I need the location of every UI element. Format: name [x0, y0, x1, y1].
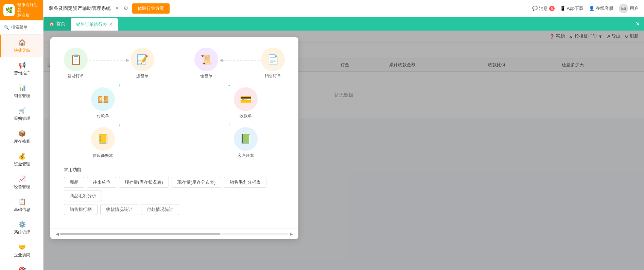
scroll-left-icon[interactable]: ◀: [56, 232, 59, 236]
system-title: 装备及固定资产辅助管理系统: [49, 5, 111, 12]
sidebar-item-operations[interactable]: 📈 经营管理: [0, 171, 43, 194]
sidebar-item-purchase[interactable]: 🛒 采购管理: [0, 103, 43, 126]
tab-sales-order-exec[interactable]: 销售订单执行表 ✕: [71, 18, 118, 31]
sidebar-nav: 🏠 快捷导航 📢 营销推广 📊 销售管理 🛒 采购管理 📦 库存核算 💰: [0, 35, 43, 270]
tab-close-icon[interactable]: ✕: [109, 22, 112, 27]
online-service-button[interactable]: 👤 在线客服: [589, 5, 613, 12]
dropdown-arrow-icon[interactable]: ▼: [115, 6, 119, 11]
sales-receipt-icon: 📜: [194, 48, 218, 71]
customer-ledger-node[interactable]: 📗 客户账本: [234, 127, 258, 159]
sidebar-item-base-info[interactable]: 📋 基础信息: [0, 194, 43, 217]
base-info-icon: 📋: [18, 198, 26, 205]
sys-icon: ⚙️: [18, 221, 26, 228]
down-arrow-customer: ↓: [228, 121, 230, 127]
enterprise-icon: 🤝: [18, 244, 26, 251]
func-btn-product-margin[interactable]: 商品毛利分析: [64, 191, 102, 201]
scrollbar-track[interactable]: [60, 233, 289, 235]
popup-scrollbar: ◀ ▶: [50, 229, 298, 239]
sales-order-icon: 📄: [261, 48, 285, 71]
purchase-order-icon: 📋: [64, 48, 88, 71]
logo-text: 畅康通好生意 标准版: [17, 2, 40, 18]
common-functions-section: 常用功能 商品 往来单位 现存量(库存状况表) 现存量(库存分布表) 销售毛利分…: [64, 167, 285, 218]
func-btn-product[interactable]: 商品: [64, 177, 84, 188]
supplier-ledger-icon: 📒: [91, 127, 115, 151]
func-btn-payment-stats[interactable]: 付款情况统计: [141, 204, 179, 215]
func-btn-stock-status[interactable]: 现存量(库存状况表): [119, 177, 169, 188]
func-btn-sales-margin[interactable]: 销售毛利分析表: [224, 177, 266, 188]
tab-bar-close-button[interactable]: ✕: [636, 17, 644, 31]
sidebar-item-sys-mgmt[interactable]: ⚙️ 系统管理: [0, 217, 43, 239]
purchase-order-node[interactable]: 📋 进货订单: [64, 48, 88, 79]
customer-ledger-icon: 📗: [234, 127, 258, 151]
flow-diagram: 📋 进货订单 ▶ 📝: [64, 48, 285, 159]
down-arrow-supplier: ↓: [118, 121, 121, 127]
search-menu-button[interactable]: 🔍 搜索菜单: [3, 23, 40, 32]
home-tab-icon: 🏠: [49, 21, 54, 26]
purchase-receipt-icon: 📝: [130, 48, 154, 71]
func-btn-sales-ranking[interactable]: 销售排行榜: [64, 204, 98, 215]
down-arrow-payment: ↓: [118, 81, 121, 87]
popup-overlay[interactable]: 📋 进货订单 ▶ 📝: [43, 31, 644, 270]
sidebar-item-finance[interactable]: 💰 资金管理: [0, 148, 43, 171]
experience-button[interactable]: 体验行业方案: [132, 3, 170, 14]
search-icon: 🔍: [4, 25, 9, 30]
purchase-icon: 🛒: [18, 107, 26, 114]
header-right: 💬 消息 5 📱 App下载 👤 在线客服 Ea 用户: [532, 4, 639, 13]
flow-popup: 📋 进货订单 ▶ 📝: [50, 37, 298, 239]
main-area: 装备及固定资产辅助管理系统 ▼ ⚙ 体验行业方案 💬 消息 5 📱 App下载 …: [43, 0, 644, 270]
sales-icon: 📊: [18, 84, 26, 92]
sidebar-item-marketing[interactable]: 📢 营销推广: [0, 57, 43, 80]
func-buttons-row2: 销售排行榜 收款情况统计 付款情况统计: [64, 204, 285, 215]
home-icon: 🏠: [18, 39, 26, 46]
app-download-button[interactable]: 📱 App下载: [560, 5, 584, 12]
payment-icon: 💴: [91, 87, 115, 111]
sidebar-item-quick-nav[interactable]: 🏠 快捷导航: [0, 35, 43, 57]
finance-icon: 💰: [18, 152, 26, 160]
func-btn-receipt-stats[interactable]: 收款情况统计: [100, 204, 138, 215]
func-btn-partner[interactable]: 往来单位: [87, 177, 116, 188]
sales-order-node[interactable]: 📄 销售订单: [261, 48, 285, 79]
operations-icon: 📈: [18, 175, 26, 183]
sidebar-item-enterprise[interactable]: 🤝 企业协同: [0, 239, 43, 262]
tab-home[interactable]: 🏠 首页: [43, 17, 71, 31]
receipt-icon: 💳: [234, 87, 258, 111]
down-arrow-receipt: ↓: [228, 81, 230, 87]
sidebar-item-beginner[interactable]: 🎯 新手引导: [0, 262, 43, 270]
payment-node[interactable]: 💴 付款单: [91, 87, 115, 119]
gear-icon[interactable]: ⚙: [123, 5, 128, 12]
sidebar-item-inventory[interactable]: 📦 库存核算: [0, 126, 43, 148]
message-badge: 5: [549, 6, 555, 11]
func-buttons-row1: 商品 往来单位 现存量(库存状况表) 现存量(库存分布表) 销售毛利分析表 商品…: [64, 177, 285, 201]
logo-icon: 🌿: [3, 4, 15, 16]
tab-bar: 🏠 首页 销售订单执行表 ✕ ✕: [43, 17, 644, 31]
download-icon: 📱: [560, 6, 565, 11]
receipt-node[interactable]: 💳 收款单: [234, 87, 258, 119]
content-area: ❓ 帮助 🖨 按模板打印 ▼ ↗ 导出 ↻ 刷新: [43, 31, 644, 270]
user-menu[interactable]: Ea 用户: [619, 4, 639, 13]
avatar: Ea: [619, 4, 628, 13]
app-logo: 🌿 畅康通好生意 标准版: [0, 0, 43, 20]
sales-receipt-node[interactable]: 📜 销货单: [194, 48, 218, 79]
sidebar-item-sales[interactable]: 📊 销售管理: [0, 80, 43, 103]
marketing-icon: 📢: [18, 61, 26, 69]
inventory-icon: 📦: [18, 130, 26, 137]
scrollbar-thumb[interactable]: [60, 233, 220, 235]
func-btn-stock-dist[interactable]: 现存量(库存分布表): [172, 177, 222, 188]
common-functions-title: 常用功能: [64, 167, 285, 173]
supplier-ledger-node[interactable]: 📒 供应商账本: [91, 127, 115, 159]
message-button[interactable]: 💬 消息 5: [532, 5, 555, 12]
purchase-receipt-node[interactable]: 📝 进货单: [130, 48, 154, 79]
sidebar: 🌿 畅康通好生意 标准版 🔍 搜索菜单 🏠 快捷导航 📢 营销推广 📊: [0, 0, 43, 270]
top-header: 装备及固定资产辅助管理系统 ▼ ⚙ 体验行业方案 💬 消息 5 📱 App下载 …: [43, 0, 644, 17]
message-icon: 💬: [532, 6, 538, 11]
service-icon: 👤: [589, 6, 594, 11]
beginner-icon: 🎯: [18, 266, 26, 270]
sidebar-search[interactable]: 🔍 搜索菜单: [0, 20, 43, 35]
scroll-right-icon[interactable]: ▶: [290, 232, 293, 236]
